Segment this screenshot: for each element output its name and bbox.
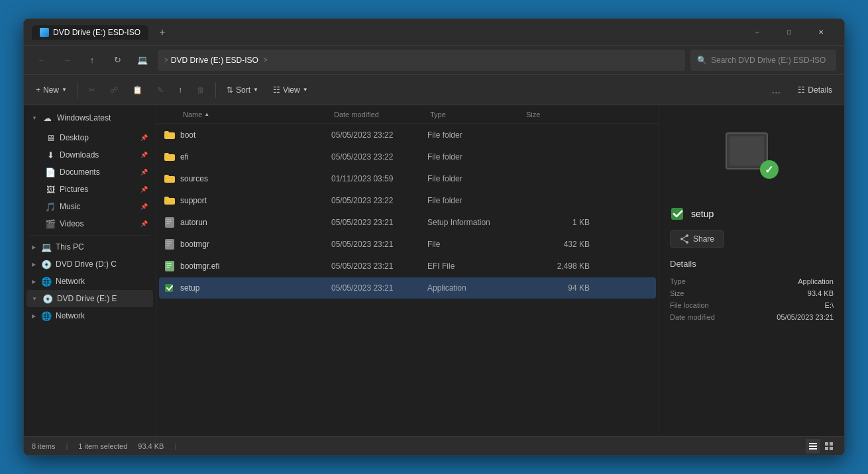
col-header-name[interactable]: Name ▲	[162, 111, 334, 118]
status-selection-size: 93.4 KB	[138, 442, 164, 450]
file-date: 05/05/2023 23:22	[331, 130, 427, 140]
file-row[interactable]: support 05/05/2023 23:22 File folder	[159, 190, 656, 211]
col-date-label: Date modified	[334, 111, 379, 118]
sidebar-item-thispc[interactable]: ▶ 💻 This PC	[27, 238, 153, 256]
detail-key: Type	[670, 277, 686, 285]
file-name: sources	[180, 174, 331, 183]
copy-icon: ☍	[110, 85, 118, 95]
sidebar-item-documents[interactable]: 📄 Documents 📌	[27, 164, 153, 181]
detail-val: 05/05/2023 23:21	[777, 313, 834, 321]
sidebar-item-network1[interactable]: ▶ 🌐 Network	[27, 273, 153, 290]
minimize-button[interactable]: −	[742, 22, 773, 43]
detail-row-location: File location E:\	[670, 299, 834, 311]
svg-rect-8	[165, 217, 174, 228]
file-row[interactable]: bootmgr.efi 05/05/2023 23:21 EFI File 2,…	[159, 256, 656, 277]
file-name: bootmgr	[180, 240, 331, 249]
delete-button[interactable]: 🗑	[190, 81, 211, 99]
forward-button[interactable]: →	[57, 50, 77, 70]
col-header-type[interactable]: Type	[430, 111, 526, 118]
sidebar-item-downloads[interactable]: ⬇ Downloads 📌	[27, 146, 153, 164]
detail-preview: ✓	[670, 116, 834, 195]
music-icon: 🎵	[45, 201, 56, 212]
chevron-icon: ▶	[32, 261, 36, 267]
up-button[interactable]: ↑	[82, 50, 102, 70]
copy-button[interactable]: ☍	[103, 81, 125, 99]
search-icon: 🔍	[697, 56, 707, 65]
chevron-icon: ▼	[32, 296, 37, 302]
list-view-button[interactable]	[806, 439, 820, 453]
svg-rect-31	[809, 448, 817, 450]
file-row[interactable]: efi 05/05/2023 23:22 File folder	[159, 146, 656, 167]
detail-share-button[interactable]: Share	[670, 230, 724, 248]
file-name: bootmgr.efi	[180, 261, 331, 271]
sidebar-item-network2[interactable]: ▶ 🌐 Network	[27, 307, 153, 324]
rename-button[interactable]: ✎	[150, 81, 170, 99]
pin-icon: 📌	[140, 203, 148, 210]
view-button[interactable]: ☷ View ▼	[266, 81, 315, 99]
details-view-button[interactable]	[822, 439, 836, 453]
svg-rect-22	[730, 136, 764, 166]
col-header-date[interactable]: Date modified	[334, 111, 430, 118]
folder-icon	[164, 173, 175, 184]
network-icon: 🌐	[41, 276, 52, 287]
window-controls: − □ ✕	[742, 22, 836, 43]
file-size: 432 KB	[523, 240, 590, 249]
svg-rect-11	[166, 223, 170, 224]
sort-button[interactable]: ⇅ Sort ▼	[220, 81, 265, 99]
file-row-selected[interactable]: setup 05/05/2023 23:21 Application 94 KB	[159, 277, 656, 299]
preview-checkmark: ✓	[760, 160, 779, 179]
file-row[interactable]: bootmgr 05/05/2023 23:21 File 432 KB	[159, 234, 656, 255]
detail-name-row: setup	[670, 206, 834, 222]
file-row[interactable]: boot 05/05/2023 23:22 File folder	[159, 124, 656, 146]
file-row[interactable]: autorun 05/05/2023 23:21 Setup Informati…	[159, 212, 656, 233]
new-tab-button[interactable]: +	[154, 24, 171, 41]
file-type: Application	[427, 283, 523, 293]
more-button[interactable]: …	[765, 81, 787, 99]
chevron-icon: ▶	[32, 313, 36, 319]
detail-key: Size	[670, 289, 684, 297]
sidebar-item-pictures[interactable]: 🖼 Pictures 📌	[27, 181, 153, 198]
svg-rect-17	[166, 263, 172, 264]
address-path[interactable]: > DVD Drive (E:) ESD-ISO >	[158, 50, 685, 71]
paste-button[interactable]: 📋	[126, 81, 149, 99]
details-button[interactable]: ☷ Details	[791, 81, 839, 99]
pin-icon: 📌	[140, 152, 148, 158]
active-tab[interactable]: DVD Drive (E:) ESD-ISO	[32, 25, 148, 40]
new-button[interactable]: + New ▼	[29, 81, 74, 99]
detail-row-type: Type Application	[670, 275, 834, 287]
close-button[interactable]: ✕	[806, 22, 836, 43]
sidebar-item-music[interactable]: 🎵 Music 📌	[27, 198, 153, 215]
file-icon	[164, 239, 175, 250]
svg-rect-18	[166, 265, 172, 266]
col-size-label: Size	[526, 111, 540, 118]
share-button[interactable]: ↑	[172, 81, 189, 99]
view-label: View	[283, 85, 300, 95]
share-label: Share	[693, 234, 714, 244]
documents-icon: 📄	[45, 167, 56, 177]
share-icon: ↑	[178, 85, 182, 95]
refresh-button[interactable]: ↻	[107, 50, 127, 70]
svg-rect-23	[671, 208, 683, 220]
search-box[interactable]: 🔍 Search DVD Drive (E:) ESD-ISO	[690, 50, 836, 71]
sort-chevron-icon: ▼	[253, 87, 258, 93]
back-button[interactable]: ←	[32, 50, 52, 70]
maximize-button[interactable]: □	[774, 22, 804, 43]
sidebar-item-dvd-e[interactable]: ▼ 💿 DVD Drive (E:) E	[27, 290, 153, 307]
file-size: 2,498 KB	[523, 261, 590, 271]
col-header-size[interactable]: Size	[526, 111, 592, 118]
path-segment: DVD Drive (E:) ESD-ISO	[171, 56, 258, 65]
sidebar-item-desktop[interactable]: 🖥 Desktop 📌	[27, 129, 153, 146]
svg-rect-16	[165, 261, 174, 271]
file-row[interactable]: sources 01/11/2023 03:59 File folder	[159, 168, 656, 189]
svg-rect-7	[164, 197, 169, 199]
file-type: EFI File	[427, 261, 523, 271]
efi-file-icon	[164, 261, 175, 271]
sidebar-label: Desktop	[60, 133, 89, 142]
path-expand-arrow: >	[264, 56, 268, 64]
sidebar-item-dvd-d[interactable]: ▶ 💿 DVD Drive (D:) C	[27, 256, 153, 273]
pin-icon: 📌	[140, 134, 148, 141]
cut-button[interactable]: ✂	[82, 81, 102, 99]
sidebar-item-windowslatest[interactable]: ▼ ☁ WindowsLatest	[27, 109, 153, 126]
file-type: File folder	[427, 130, 523, 140]
sidebar-item-videos[interactable]: 🎬 Videos 📌	[27, 215, 153, 232]
